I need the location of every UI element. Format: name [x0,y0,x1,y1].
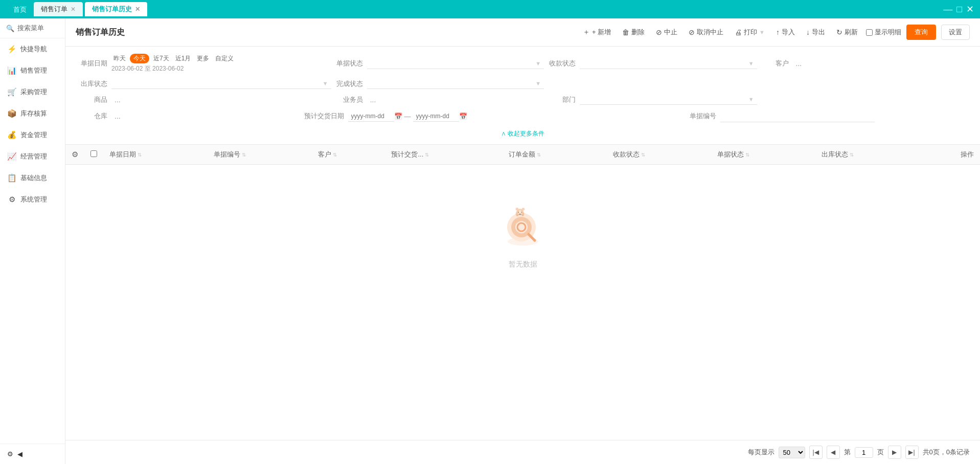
warehouse-label: 仓库 [76,112,111,121]
sidebar-item-system[interactable]: ⚙ 系统管理 [0,189,65,210]
filter-row-2: 出库状态 ▼ 完成状态 ▼ 客户 [76,78,970,89]
date-quick-select: 昨天 今天 近7天 近1月 更多 自定义 [111,54,331,63]
date-more[interactable]: 更多 [195,54,211,63]
delete-button[interactable]: 🗑 删除 [619,26,648,39]
th-payment[interactable]: 收款状态⇅ [607,145,711,165]
date-1month[interactable]: 近1月 [173,54,193,63]
sidebar-item-operation[interactable]: 📈 经营管理 [0,146,65,167]
complete-arrow-icon: ▼ [535,80,541,86]
cancel-stop-button[interactable]: ⊘ 取消中止 [686,26,726,39]
th-gear[interactable]: ⚙ [65,145,84,165]
first-page-button[interactable]: |◀ [809,446,823,459]
th-out-stock[interactable]: 出库状态⇅ [815,145,920,165]
th-bill-status[interactable]: 单据状态⇅ [711,145,815,165]
filter-dept: 部门 ▼ [544,94,757,105]
salesman-dots-button[interactable]: ... [367,96,379,104]
delivery-end-input[interactable] [413,111,459,122]
th-date[interactable]: 单据日期⇅ [103,145,208,165]
payment-status-select[interactable]: ▼ [580,58,757,69]
out-stock-arrow-icon: ▼ [323,80,328,86]
refresh-button[interactable]: ↻ 刷新 [833,26,861,39]
display-detail-checkbox-label[interactable]: 显示明细 [866,28,901,37]
sidebar-item-quick-nav[interactable]: ⚡ 快捷导航 [0,38,65,60]
th-amount[interactable]: 订单金额⇅ [503,145,607,165]
delivery-start-input[interactable] [348,111,394,122]
close-tab-sales-order[interactable]: ✕ [71,6,76,13]
search-icon: 🔍 [6,25,14,32]
filter-delivery: 预计交货日期 📅 — 📅 [304,111,685,122]
close-icon[interactable]: ✕ [966,4,974,15]
main-layout: 🔍 搜索菜单 ⚡ 快捷导航 📊 销售管理 🛒 采购管理 📦 库存核算 💰 资金管… [0,18,980,464]
query-button[interactable]: 查询 [906,25,936,40]
stop-button[interactable]: ⊘ 中止 [653,26,680,39]
collapse-sidebar-icon[interactable]: ◀ [17,450,22,458]
sidebar-item-inventory[interactable]: 📦 库存核算 [0,103,65,124]
system-icon: ⚙ [7,195,16,204]
customer-dots-button[interactable]: ... [793,59,805,68]
sidebar-item-finance[interactable]: 💰 资金管理 [0,124,65,146]
empty-state: 🐹 暂无数据 [65,165,980,310]
gear-icon[interactable]: ⚙ [72,150,78,159]
tab-sales-order[interactable]: 销售订单 ✕ [34,2,83,16]
sidebar-item-basic[interactable]: 📋 基础信息 [0,167,65,189]
settings-bottom-icon[interactable]: ⚙ [7,450,13,458]
page-input[interactable] [855,447,873,458]
complete-label: 完成状态 [331,79,367,89]
bill-status-select[interactable]: ▼ [367,58,544,69]
window-controls: — □ ✕ [943,4,974,15]
maximize-icon[interactable]: □ [956,4,962,15]
calendar-start-icon[interactable]: 📅 [394,113,402,120]
th-delivery[interactable]: 预计交货...⇅ [385,145,503,165]
sort-customer-icon: ⇅ [333,152,337,158]
sidebar-search[interactable]: 🔍 搜索菜单 [0,18,65,38]
sidebar-bottom: ⚙ ◀ [0,444,65,464]
sidebar-item-purchase[interactable]: 🛒 采购管理 [0,81,65,103]
sidebar: 🔍 搜索菜单 ⚡ 快捷导航 📊 销售管理 🛒 采购管理 📦 库存核算 💰 资金管… [0,18,65,464]
calendar-end-icon[interactable]: 📅 [459,113,467,120]
complete-select[interactable]: ▼ [367,78,544,89]
export-button[interactable]: ↓ 导出 [803,26,828,39]
tab-home[interactable]: 首页 [6,2,34,16]
th-checkbox[interactable] [84,145,103,165]
warehouse-dots-button[interactable]: ... [111,112,124,120]
product-dots-button[interactable]: ... [111,96,124,104]
print-button[interactable]: 🖨 打印 ▼ [732,26,768,39]
dept-label: 部门 [544,95,580,104]
th-action: 操作 [920,145,980,165]
filter-complete: 完成状态 ▼ [331,78,544,89]
order-no-label: 单据编号 [685,112,720,121]
toolbar: ＋ + 新增 🗑 删除 ⊘ 中止 ⊘ 取消中止 🖨 打印 [580,25,970,40]
display-detail-checkbox[interactable] [866,29,873,36]
prev-page-button[interactable]: ◀ [827,446,840,459]
print-dropdown-icon[interactable]: ▼ [759,29,765,35]
tab-sales-order-history[interactable]: 销售订单历史 ✕ [85,2,147,16]
import-button[interactable]: ↑ 导入 [773,26,798,39]
sort-bill-icon: ⇅ [745,152,749,158]
per-page-select[interactable]: 50 10 20 100 [779,447,805,458]
next-page-button[interactable]: ▶ [888,446,901,459]
date-yesterday[interactable]: 昨天 [111,54,128,63]
close-tab-sales-order-history[interactable]: ✕ [135,6,140,13]
th-no[interactable]: 单据编号⇅ [208,145,312,165]
date-label: 单据日期 [76,59,111,68]
minimize-icon[interactable]: — [943,4,952,15]
date-7days[interactable]: 近7天 [151,54,171,63]
filter-customer2: 客户 [544,79,970,89]
setting-button[interactable]: 设置 [941,25,970,40]
last-page-button[interactable]: ▶| [905,446,919,459]
bill-status-arrow-icon: ▼ [535,60,541,67]
new-button[interactable]: ＋ + 新增 [580,26,614,39]
date-custom[interactable]: 自定义 [213,54,236,63]
filter-order-no: 单据编号 [685,110,875,122]
filter-collapse-button[interactable]: ∧ 收起更多条件 [76,127,970,140]
select-all-checkbox[interactable] [90,150,97,157]
filter-panel: 单据日期 昨天 今天 近7天 近1月 更多 自定义 2023-06-02 至 2… [65,47,980,145]
payment-status-label: 收款状态 [544,59,580,68]
sidebar-item-sales[interactable]: 📊 销售管理 [0,60,65,81]
order-no-input[interactable] [720,110,875,122]
empty-text: 暂无数据 [509,260,537,269]
th-customer[interactable]: 客户⇅ [312,145,385,165]
dept-select[interactable]: ▼ [580,94,757,105]
out-stock-select[interactable]: ▼ [111,78,331,89]
date-today[interactable]: 今天 [130,54,149,63]
